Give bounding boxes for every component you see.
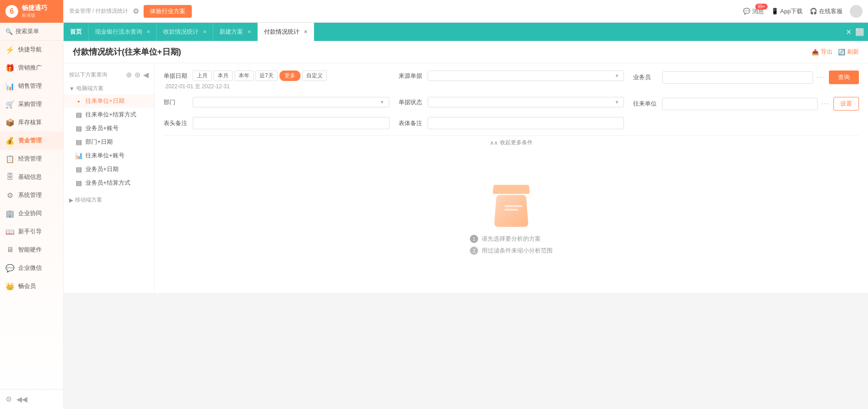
empty-line-2 bbox=[504, 209, 518, 211]
plan-item-staff-account[interactable]: ▤ 业务员+账号 bbox=[64, 121, 154, 135]
tab-payment-stat[interactable]: 付款情况统计 × bbox=[258, 23, 314, 41]
left-panel-collapse-btn[interactable]: ◀ bbox=[143, 71, 149, 79]
plan-item-unit-date[interactable]: ● 往来单位+日期 bbox=[64, 94, 154, 108]
tip2-text: 用过滤条件来缩小分析范围 bbox=[482, 247, 553, 255]
app-download-btn[interactable]: 📱 App下载 bbox=[771, 7, 803, 15]
window-close-btn[interactable]: ✕ bbox=[846, 28, 852, 36]
dept-select[interactable]: ▼ bbox=[193, 97, 389, 107]
tabbar: 首页 现金银行流水查询 × 收款情况统计 × 新建方案 × 付款情况统计 × ✕… bbox=[64, 23, 868, 41]
trial-btn[interactable]: 体验行业方案 bbox=[144, 5, 192, 18]
status-select[interactable]: ▼ bbox=[428, 97, 624, 107]
plan-item-staff-date[interactable]: ▤ 业务员+日期 bbox=[64, 162, 154, 176]
date-btn-this-month[interactable]: 本月 bbox=[214, 71, 233, 81]
date-btn-this-year[interactable]: 本年 bbox=[234, 71, 254, 81]
content-panel: 按以下方案查询 ⊕ ⊛ ◀ ▼ 电脑端方案 ● 往来单位+日期 ▤ 往来单位+结… bbox=[64, 63, 868, 293]
sidebar-item-sales[interactable]: 📊 销售管理 bbox=[0, 77, 63, 95]
page-title: 付款情况统计(往来单位+日期) bbox=[73, 46, 181, 57]
sidebar-item-hardware[interactable]: 🖥 智能硬件 bbox=[0, 241, 63, 259]
partner-input[interactable] bbox=[662, 98, 817, 110]
filter-row-2: 部门 ▼ 单据状态 ▼ 往来单位 ··· bbox=[164, 97, 859, 111]
messages-btn[interactable]: 💬 消息 99+ bbox=[743, 7, 764, 15]
date-btn-custom[interactable]: 自定义 bbox=[302, 71, 327, 81]
query-btn[interactable]: 查询 bbox=[829, 71, 859, 84]
sidebar-collapse-icon[interactable]: ◀◀ bbox=[16, 395, 27, 404]
sidebar-item-operation[interactable]: 📋 经营管理 bbox=[0, 150, 63, 168]
logo-sub: 标准版 bbox=[22, 12, 47, 19]
refresh-btn[interactable]: 🔄 刷新 bbox=[838, 48, 859, 56]
sidebar-item-purchase[interactable]: 🛒 采购管理 bbox=[0, 95, 63, 113]
tab-new-plan[interactable]: 新建方案 × bbox=[213, 23, 258, 41]
sidebar-item-marketing[interactable]: 🎁 营销推广 bbox=[0, 59, 63, 77]
tab-spacer bbox=[314, 23, 842, 41]
export-btn[interactable]: 📤 导出 bbox=[812, 48, 833, 56]
partner-dots[interactable]: ··· bbox=[821, 100, 830, 108]
sidebar-item-quick-nav[interactable]: ⚡ 快捷导航 bbox=[0, 40, 63, 59]
dept-select-arrow: ▼ bbox=[380, 100, 384, 105]
plan-label-dept-date: 部门+日期 bbox=[85, 138, 113, 146]
date-filter-label: 单据日期 bbox=[164, 72, 189, 80]
plan-label-staff-payment: 业务员+结算方式 bbox=[85, 179, 130, 187]
plan-item-staff-payment[interactable]: ▤ 业务员+结算方式 bbox=[64, 176, 154, 190]
logo-icon: 6 bbox=[5, 5, 18, 18]
source-select[interactable]: ▼ bbox=[428, 71, 624, 81]
sidebar-search[interactable]: 🔍 搜索菜单 bbox=[0, 23, 63, 40]
staff-dots[interactable]: ··· bbox=[817, 73, 825, 81]
plan-group-desktop[interactable]: ▼ 电脑端方案 bbox=[64, 82, 154, 94]
sidebar-item-guide[interactable]: 📖 新手引导 bbox=[0, 222, 63, 241]
sidebar-item-wechat[interactable]: 💬 企业微信 bbox=[0, 259, 63, 277]
collapse-arrow-icon: ∧∧ bbox=[490, 140, 498, 146]
sidebar-item-inventory[interactable]: 📦 库存核算 bbox=[0, 113, 63, 131]
avatar[interactable] bbox=[850, 5, 863, 18]
tab-bank-flow-close[interactable]: × bbox=[147, 29, 150, 35]
date-buttons: 上月 本月 本年 近7天 更多 自定义 bbox=[193, 71, 327, 81]
window-maximize-btn[interactable]: ⬜ bbox=[855, 28, 864, 36]
app-download-label: App下载 bbox=[780, 7, 803, 15]
date-btn-7days[interactable]: 近7天 bbox=[255, 71, 278, 81]
refresh-icon: 🔄 bbox=[838, 49, 845, 56]
sidebar-item-basic[interactable]: 🗄 基础信息 bbox=[0, 168, 63, 186]
plan-icon-unit-account: 📊 bbox=[75, 151, 83, 160]
tab-home[interactable]: 首页 bbox=[64, 23, 89, 41]
sidebar-item-enterprise[interactable]: 🏢 企业协同 bbox=[0, 204, 63, 222]
tab-receipts-stat[interactable]: 收款情况统计 × bbox=[157, 23, 213, 41]
tab-bank-flow[interactable]: 现金银行流水查询 × bbox=[89, 23, 157, 41]
partner-filter-label: 往来单位 bbox=[633, 100, 658, 108]
message-icon: 💬 bbox=[743, 8, 750, 15]
sidebar-item-system[interactable]: ⚙ 系统管理 bbox=[0, 186, 63, 204]
page-actions: 📤 导出 🔄 刷新 bbox=[812, 48, 859, 56]
page-header: 付款情况统计(往来单位+日期) 📤 导出 🔄 刷新 bbox=[64, 41, 868, 63]
online-service-btn[interactable]: 🎧 在线客服 bbox=[810, 7, 843, 15]
staff-input[interactable] bbox=[662, 71, 813, 84]
topbar: 资金管理 / 付款情况统计 ⚙ 体验行业方案 💬 消息 99+ 📱 App下载 … bbox=[64, 0, 868, 23]
header-note-input[interactable] bbox=[193, 117, 389, 129]
filter-area: 单据日期 上月 本月 本年 近7天 更多 自定义 2022-01-01 至 20… bbox=[155, 63, 868, 293]
body-note-input[interactable] bbox=[428, 117, 624, 129]
settings-btn[interactable]: 设置 bbox=[833, 97, 859, 111]
tab-new-plan-label: 新建方案 bbox=[219, 28, 243, 36]
sidebar-settings-icon[interactable]: ⚙ bbox=[5, 395, 12, 404]
sidebar-item-capital[interactable]: 💰 资金管理 bbox=[0, 131, 63, 150]
body-note-label: 表体备注 bbox=[399, 119, 424, 127]
collapse-btn[interactable]: ∧∧ 收起更多条件 bbox=[164, 136, 859, 149]
plan-group-mobile[interactable]: ▶ 移动端方案 bbox=[64, 193, 154, 206]
plan-icon-dept-date: ▤ bbox=[75, 138, 83, 146]
sidebar-icon-sales: 📊 bbox=[5, 81, 15, 91]
plan-label-unit-account: 往来单位+账号 bbox=[85, 151, 125, 160]
plan-item-dept-date[interactable]: ▤ 部门+日期 bbox=[64, 135, 154, 149]
sidebar-item-member[interactable]: 👑 畅会员 bbox=[0, 277, 63, 295]
topbar-settings-icon[interactable]: ⚙ bbox=[133, 7, 139, 15]
tab-new-plan-close[interactable]: × bbox=[248, 29, 251, 35]
left-panel-add-btn[interactable]: ⊕ bbox=[126, 71, 132, 79]
date-btn-last-month[interactable]: 上月 bbox=[193, 71, 212, 81]
plan-label-unit-payment: 往来单位+结算方式 bbox=[85, 111, 136, 119]
service-icon: 🎧 bbox=[810, 8, 817, 15]
plan-item-unit-account[interactable]: 📊 往来单位+账号 bbox=[64, 149, 154, 162]
tab-receipts-stat-close[interactable]: × bbox=[203, 29, 206, 35]
sidebar-icon-member: 👑 bbox=[5, 282, 15, 291]
header-note-label: 表头备注 bbox=[164, 119, 189, 127]
plan-item-unit-payment[interactable]: ▤ 往来单位+结算方式 bbox=[64, 108, 154, 121]
date-btn-more[interactable]: 更多 bbox=[279, 71, 300, 81]
tab-payment-stat-close[interactable]: × bbox=[304, 29, 307, 35]
left-panel-settings-btn[interactable]: ⊛ bbox=[135, 71, 140, 79]
sidebar-label-wechat: 企业微信 bbox=[18, 264, 42, 272]
